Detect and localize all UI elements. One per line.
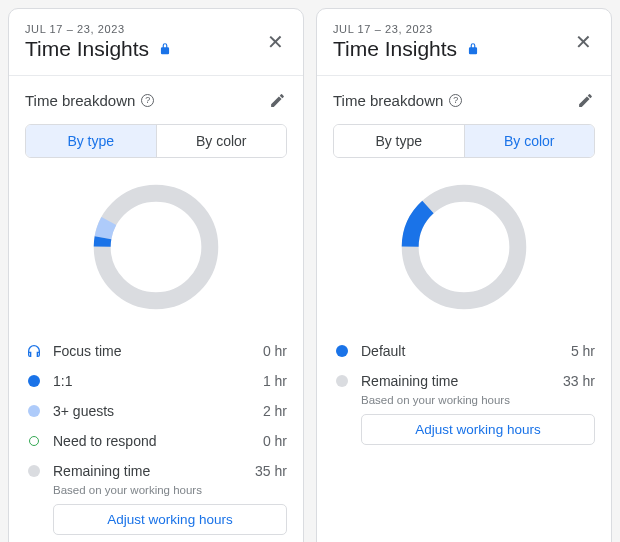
legend-remaining[interactable]: Remaining time 35 hr	[25, 456, 287, 486]
legend-label: Default	[361, 343, 571, 359]
legend-three-plus[interactable]: 3+ guests 2 hr	[25, 396, 287, 426]
date-range: JUL 17 – 23, 2023	[25, 23, 287, 35]
section-header: Time breakdown ?	[25, 90, 287, 110]
dot-icon	[25, 402, 43, 420]
legend-label: Remaining time	[53, 463, 255, 479]
remaining-subtext: Based on your working hours	[53, 484, 287, 496]
legend-label: Focus time	[53, 343, 263, 359]
section-title: Time breakdown	[333, 92, 443, 109]
legend-value: 0 hr	[263, 343, 287, 359]
dot-icon	[333, 342, 351, 360]
donut-chart	[25, 176, 287, 318]
adjust-working-hours-button[interactable]: Adjust working hours	[53, 504, 287, 535]
svg-point-0	[102, 193, 210, 301]
dot-icon	[333, 372, 351, 390]
date-range: JUL 17 – 23, 2023	[333, 23, 595, 35]
lock-icon[interactable]	[157, 41, 173, 57]
circle-outline-icon	[25, 432, 43, 450]
title-row: Time Insights ✕	[333, 37, 595, 61]
help-icon[interactable]: ?	[449, 94, 462, 107]
dot-icon	[25, 372, 43, 390]
edit-icon[interactable]	[575, 90, 595, 110]
legend-focus-time[interactable]: Focus time 0 hr	[25, 336, 287, 366]
toggle-group: By type By color	[25, 124, 287, 158]
legend-need-respond[interactable]: Need to respond 0 hr	[25, 426, 287, 456]
tab-by-color[interactable]: By color	[464, 125, 595, 157]
section-title: Time breakdown	[25, 92, 135, 109]
toggle-group: By type By color	[333, 124, 595, 158]
legend-label: Remaining time	[361, 373, 563, 389]
legend-label: Need to respond	[53, 433, 263, 449]
help-icon[interactable]: ?	[141, 94, 154, 107]
legend-value: 2 hr	[263, 403, 287, 419]
close-icon[interactable]: ✕	[263, 30, 287, 54]
lock-icon[interactable]	[465, 41, 481, 57]
remaining-subtext: Based on your working hours	[361, 394, 595, 406]
tab-by-type[interactable]: By type	[334, 125, 464, 157]
legend-value: 1 hr	[263, 373, 287, 389]
legend-value: 35 hr	[255, 463, 287, 479]
divider	[317, 75, 611, 76]
headphones-icon	[25, 342, 43, 360]
legend-label: 3+ guests	[53, 403, 263, 419]
legend-value: 0 hr	[263, 433, 287, 449]
legend-value: 5 hr	[571, 343, 595, 359]
title-row: Time Insights ✕	[25, 37, 287, 61]
page-title: Time Insights	[25, 37, 149, 61]
page-title: Time Insights	[333, 37, 457, 61]
close-icon[interactable]: ✕	[571, 30, 595, 54]
time-insights-panel-right: JUL 17 – 23, 2023 Time Insights ✕ Time b…	[316, 8, 612, 542]
time-insights-panel-left: JUL 17 – 23, 2023 Time Insights ✕ Time b…	[8, 8, 304, 542]
legend-one-on-one[interactable]: 1:1 1 hr	[25, 366, 287, 396]
adjust-working-hours-button[interactable]: Adjust working hours	[361, 414, 595, 445]
section-header: Time breakdown ?	[333, 90, 595, 110]
divider	[9, 75, 303, 76]
legend-value: 33 hr	[563, 373, 595, 389]
dot-icon	[25, 462, 43, 480]
tab-by-type[interactable]: By type	[26, 125, 156, 157]
legend-label: 1:1	[53, 373, 263, 389]
tab-by-color[interactable]: By color	[156, 125, 287, 157]
edit-icon[interactable]	[267, 90, 287, 110]
legend-remaining[interactable]: Remaining time 33 hr	[333, 366, 595, 396]
donut-chart	[333, 176, 595, 318]
legend-default[interactable]: Default 5 hr	[333, 336, 595, 366]
